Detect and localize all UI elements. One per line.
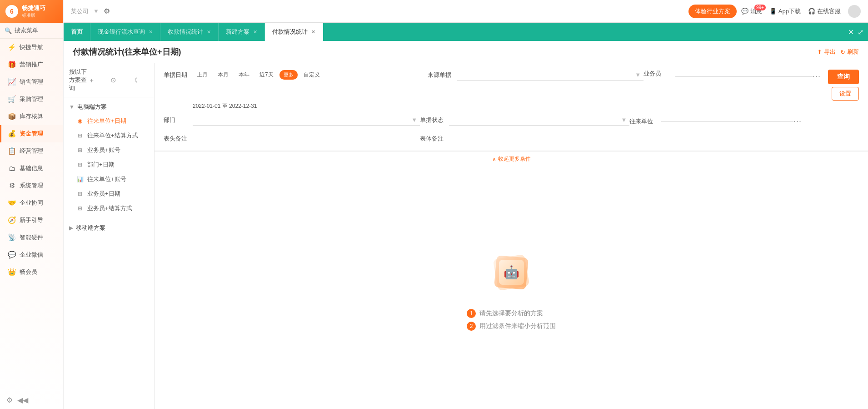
body-note-input[interactable] bbox=[449, 133, 629, 144]
staff-select[interactable] bbox=[675, 76, 813, 77]
sidebar-item-label: 新手引导 bbox=[20, 216, 43, 224]
collapse-bar[interactable]: ∧ 收起更多条件 bbox=[155, 151, 868, 167]
header-note-input[interactable] bbox=[193, 133, 420, 144]
sidebar-item-finance[interactable]: 💰 资金管理 bbox=[0, 125, 63, 142]
app-download-btn[interactable]: 📱 App下载 bbox=[769, 7, 801, 15]
dept-select[interactable]: ▼ bbox=[193, 115, 420, 126]
tab-bank-flow[interactable]: 现金银行流水查询 ✕ bbox=[90, 23, 160, 41]
scheme-item-staff-date[interactable]: ⊞ 业务员+日期 bbox=[64, 187, 154, 201]
date-btn-more[interactable]: 更多 bbox=[279, 70, 298, 80]
sidebar-search[interactable]: 🔍 搜索菜单 bbox=[0, 23, 63, 39]
page-title: 付款情况统计(往来单位+日期) bbox=[73, 46, 181, 57]
date-btn-last-month[interactable]: 上月 bbox=[193, 70, 212, 80]
trial-btn[interactable]: 体验行业方案 bbox=[688, 5, 737, 18]
tab-bank-flow-close[interactable]: ✕ bbox=[149, 29, 153, 35]
query-btn[interactable]: 查询 bbox=[828, 70, 859, 84]
tab-payments-label: 付款情况统计 bbox=[272, 28, 308, 36]
company-name: 某公司 bbox=[71, 7, 89, 15]
left-panel-title: 按以下方案查询 bbox=[69, 68, 87, 92]
sidebar-item-inventory[interactable]: 📦 库存核算 bbox=[0, 108, 63, 125]
tab-payments[interactable]: 付款情况统计 ✕ bbox=[265, 23, 323, 41]
topbar-settings-icon[interactable]: ⚙ bbox=[104, 7, 110, 15]
partner-select[interactable] bbox=[661, 121, 793, 122]
partner-dots-btn[interactable]: ··· bbox=[793, 116, 802, 126]
topbar-right: 💬 消息 99+ 📱 App下载 🎧 在线客服 bbox=[741, 5, 861, 18]
sidebar-item-quick-nav[interactable]: ⚡ 快捷导航 bbox=[0, 39, 63, 56]
close-all-tabs-btn[interactable]: ✕ bbox=[848, 28, 854, 36]
tab-home[interactable]: 首页 bbox=[64, 23, 90, 41]
sidebar-item-label: 营销推广 bbox=[20, 61, 43, 69]
scheme-item-dept-date[interactable]: ⊞ 部门+日期 bbox=[64, 157, 154, 172]
tab-home-label: 首页 bbox=[71, 28, 83, 36]
empty-tip-2: 2 用过滤条件来缩小分析范围 bbox=[467, 322, 556, 331]
tab-new-scheme-close[interactable]: ✕ bbox=[253, 29, 257, 35]
service-icon: 🎧 bbox=[808, 8, 815, 15]
refresh-btn[interactable]: ↻ 刷新 bbox=[840, 48, 859, 56]
scheme-item-staff-account[interactable]: ⊞ 业务员+账号 bbox=[64, 143, 154, 157]
scheme-radio-icon: ◉ bbox=[76, 117, 84, 125]
export-btn[interactable]: ⬆ 导出 bbox=[817, 48, 836, 56]
sidebar-header: 6 畅捷通巧 标准版 bbox=[0, 0, 63, 23]
guide-icon: 🧭 bbox=[8, 216, 16, 224]
sidebar-item-hardware[interactable]: 📡 智能硬件 bbox=[0, 229, 63, 246]
maximize-btn[interactable]: ⤢ bbox=[858, 28, 863, 36]
date-btn-last-7-days[interactable]: 近7天 bbox=[255, 70, 278, 80]
tab-receipts[interactable]: 收款情况统计 ✕ bbox=[160, 23, 219, 41]
sidebar-item-label: 畅会员 bbox=[20, 268, 37, 276]
sidebar-item-marketing[interactable]: 🎁 营销推广 bbox=[0, 56, 63, 73]
scheme-item-staff-settle[interactable]: ⊞ 业务员+结算方式 bbox=[64, 201, 154, 216]
sidebar-item-operations[interactable]: 📋 经营管理 bbox=[0, 142, 63, 160]
footer-collapse-icon[interactable]: ◀◀ bbox=[17, 396, 28, 404]
add-scheme-btn[interactable]: + bbox=[90, 76, 107, 84]
quick-nav-icon: ⚡ bbox=[8, 43, 16, 51]
sidebar-item-purchase[interactable]: 🛒 采购管理 bbox=[0, 91, 63, 108]
sidebar-item-basic-info[interactable]: 🗂 基础信息 bbox=[0, 160, 63, 177]
footer-settings-icon[interactable]: ⚙ bbox=[6, 396, 13, 404]
content-body: 按以下方案查询 + ⊙ 《 ▼ 电脑端方案 ◉ 往来单位+日期 bbox=[64, 63, 868, 409]
source-select[interactable]: ▼ bbox=[457, 70, 644, 81]
sidebar-item-weixin[interactable]: 💬 企业微信 bbox=[0, 246, 63, 263]
sidebar-item-label: 智能硬件 bbox=[20, 233, 43, 242]
sidebar: 6 畅捷通巧 标准版 🔍 搜索菜单 ⚡ 快捷导航 🎁 营销推广 📈 销售管理 🛒… bbox=[0, 0, 64, 409]
sidebar-item-label: 采购管理 bbox=[20, 95, 43, 103]
online-service-label: 在线客服 bbox=[817, 7, 841, 15]
sidebar-item-enterprise[interactable]: 🤝 企业协同 bbox=[0, 194, 63, 212]
collapse-label: 收起更多条件 bbox=[498, 155, 531, 163]
scheme-item-unit-settle[interactable]: ⊞ 往来单位+结算方式 bbox=[64, 128, 154, 143]
scheme-group-pc-title[interactable]: ▼ 电脑端方案 bbox=[64, 100, 154, 114]
tab-receipts-close[interactable]: ✕ bbox=[207, 29, 211, 35]
date-range-text: 2022-01-01 至 2022-12-31 bbox=[193, 103, 257, 109]
scheme-item-unit-account[interactable]: 📊 往来单位+账号 bbox=[64, 172, 154, 187]
date-shortcuts: 上月 本月 本年 近7天 更多 自定义 bbox=[193, 70, 324, 80]
scheme-grid-icon: ⊞ bbox=[76, 132, 84, 139]
partner-label: 往来单位 bbox=[629, 117, 655, 126]
staff-dots-btn[interactable]: ··· bbox=[813, 71, 821, 81]
collapse-icon: ∧ bbox=[492, 156, 496, 162]
status-select[interactable]: ▼ bbox=[449, 115, 629, 126]
online-service-btn[interactable]: 🎧 在线客服 bbox=[808, 7, 841, 15]
scheme-group-mobile-title[interactable]: ▶ 移动端方案 bbox=[64, 221, 154, 235]
tab-payments-close[interactable]: ✕ bbox=[311, 29, 315, 35]
company-dropdown-arrow[interactable]: ▼ bbox=[93, 8, 99, 15]
sidebar-item-sales[interactable]: 📈 销售管理 bbox=[0, 73, 63, 91]
sidebar-item-system[interactable]: ⚙ 系统管理 bbox=[0, 177, 63, 194]
user-avatar[interactable] bbox=[848, 5, 861, 18]
scheme-item-unit-date[interactable]: ◉ 往来单位+日期 bbox=[64, 114, 154, 128]
content-area: 付款情况统计(往来单位+日期) ⬆ 导出 ↻ 刷新 按以下方案查询 + ⊙ bbox=[64, 41, 868, 409]
filter-settings-btn[interactable]: 设置 bbox=[832, 87, 859, 101]
messages-btn[interactable]: 💬 消息 99+ bbox=[741, 7, 762, 15]
tabbar-actions: ✕ ⤢ bbox=[843, 23, 868, 41]
filter-row-2: 部门 ▼ 单据状态 ▼ bbox=[164, 115, 859, 128]
filter-header-note-item: 表头备注 bbox=[164, 133, 420, 144]
sidebar-item-guide[interactable]: 🧭 新手引导 bbox=[0, 212, 63, 229]
scheme-settings-btn[interactable]: ⊙ bbox=[110, 76, 128, 84]
scheme-item-label: 往来单位+日期 bbox=[87, 117, 126, 125]
header-note-label: 表头备注 bbox=[164, 135, 189, 143]
date-btn-custom[interactable]: 自定义 bbox=[299, 70, 324, 80]
tab-new-scheme[interactable]: 新建方案 ✕ bbox=[219, 23, 265, 41]
panel-collapse-btn[interactable]: 《 bbox=[131, 76, 149, 85]
sidebar-item-member[interactable]: 👑 畅会员 bbox=[0, 263, 63, 281]
sidebar-item-label: 基础信息 bbox=[20, 164, 43, 172]
date-btn-this-year[interactable]: 本年 bbox=[234, 70, 254, 80]
date-btn-this-month[interactable]: 本月 bbox=[214, 70, 233, 80]
